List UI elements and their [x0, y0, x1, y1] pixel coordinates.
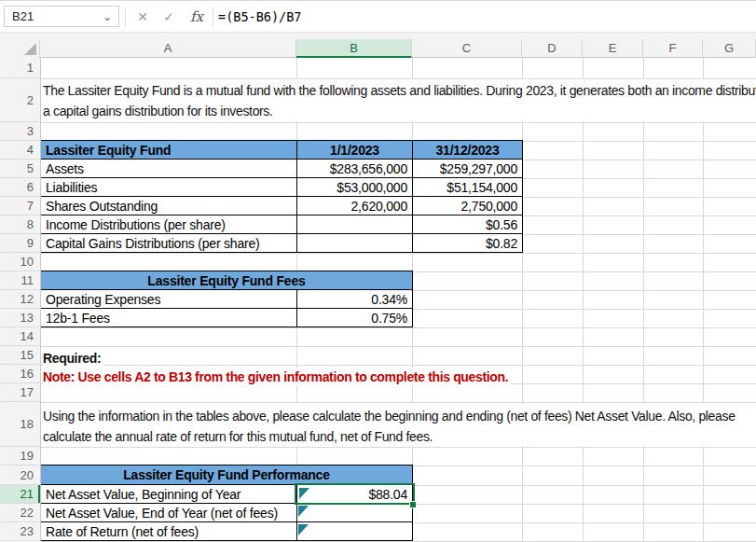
gridline: [40, 346, 756, 347]
cell-B22[interactable]: [297, 504, 413, 522]
row-header-13[interactable]: 13: [0, 309, 40, 327]
fill-handle[interactable]: [409, 501, 417, 508]
cell-C8[interactable]: $0.56: [413, 215, 523, 234]
row-header-7[interactable]: 7: [0, 197, 40, 215]
row-header-14[interactable]: 14: [0, 327, 40, 346]
column-header-C[interactable]: C: [412, 39, 522, 58]
column-header-F[interactable]: F: [643, 39, 703, 58]
gridline: [522, 58, 523, 541]
gridline: [583, 58, 584, 541]
gridline: [40, 327, 756, 328]
row-header-19[interactable]: 19: [0, 447, 40, 466]
gridline: [40, 447, 756, 448]
select-all-triangle-icon: [24, 43, 36, 55]
row-header-3[interactable]: 3: [0, 122, 40, 141]
cell-A11[interactable]: Lassiter Equity Fund Fees: [41, 271, 413, 290]
row-header-15[interactable]: 15: [0, 346, 40, 365]
table-fees: Lassiter Equity Fund FeesOperating Expen…: [40, 271, 413, 327]
gridline: [40, 365, 756, 366]
gridline: [643, 58, 644, 541]
gridline: [40, 253, 756, 254]
sheet-grid: ABCDEFG123456789101112131415161718192021…: [0, 0, 756, 542]
cell-A2-text-line1[interactable]: The Lassiter Equity Fund is a mutual fun…: [43, 81, 756, 100]
cell-B13[interactable]: 0.75%: [297, 309, 413, 327]
cell-A16-text[interactable]: Note: Use cells A2 to B13 from the given…: [43, 368, 511, 386]
row-header-border: [40, 58, 41, 541]
flag-icon-B22: [298, 506, 309, 517]
row-header-12[interactable]: 12: [0, 290, 40, 309]
row-header-9[interactable]: 9: [0, 234, 40, 253]
cell-C9[interactable]: $0.82: [413, 234, 523, 253]
row-header-11[interactable]: 11: [0, 271, 40, 290]
table-fund: Lassiter Equity Fund1/1/202331/12/2023As…: [40, 140, 523, 253]
cell-C7[interactable]: 2,750,000: [413, 197, 523, 215]
row-header-22[interactable]: 22: [0, 504, 40, 522]
row-header-6[interactable]: 6: [0, 178, 40, 197]
cell-B12[interactable]: 0.34%: [297, 290, 413, 309]
cell-A18-text-line1[interactable]: Using the information in the tables abov…: [43, 407, 738, 425]
row-header-1[interactable]: 1: [0, 58, 40, 78]
cell-A22[interactable]: Net Asset Value, End of Year (net of fee…: [41, 504, 297, 522]
cell-B6[interactable]: $53,000,000: [297, 178, 413, 197]
cell-A13[interactable]: 12b-1 Fees: [41, 309, 297, 327]
cell-A9[interactable]: Capital Gains Distributions (per share): [41, 234, 297, 253]
row-header-10[interactable]: 10: [0, 253, 40, 271]
column-header-B[interactable]: B: [296, 39, 412, 58]
row-header-4[interactable]: 4: [0, 141, 40, 160]
cell-B23[interactable]: [297, 522, 413, 541]
row-header-17[interactable]: 17: [0, 383, 40, 402]
cell-A7[interactable]: Shares Outstanding: [41, 197, 297, 215]
column-header-G[interactable]: G: [703, 39, 756, 58]
row-header-8[interactable]: 8: [0, 215, 40, 234]
row-header-23[interactable]: 23: [0, 522, 40, 541]
cell-A2-text-line2[interactable]: a capital gains distribution for its inv…: [43, 102, 276, 120]
cell-C5[interactable]: $259,297,000: [413, 160, 523, 178]
cell-A4[interactable]: Lassiter Equity Fund: [41, 141, 297, 160]
cell-A12[interactable]: Operating Expenses: [41, 290, 297, 309]
cell-B5[interactable]: $283,656,000: [297, 160, 413, 178]
cell-B9[interactable]: [297, 234, 413, 253]
row-header-5[interactable]: 5: [0, 160, 40, 178]
spreadsheet-app: B21 ⌄ ✕ ✓ fx =(B5-B6)/B7 ABCDEFG12345678…: [0, 0, 756, 542]
cell-A20[interactable]: Lassiter Equity Fund Performance: [41, 466, 413, 485]
selection-border: [295, 483, 415, 505]
cell-B8[interactable]: [297, 215, 413, 234]
cell-B4[interactable]: 1/1/2023: [297, 141, 413, 160]
cell-A8[interactable]: Income Distributions (per share): [41, 215, 297, 234]
column-header-A[interactable]: A: [40, 39, 296, 58]
column-header-E[interactable]: E: [583, 39, 643, 58]
cell-A6[interactable]: Liabilities: [41, 178, 297, 197]
cell-A15-text[interactable]: Required:: [43, 349, 103, 368]
row-header-21[interactable]: 21: [0, 485, 40, 504]
gridline: [703, 58, 704, 541]
cell-A21[interactable]: Net Asset Value, Beginning of Year: [41, 485, 297, 504]
cell-A18-text-line2[interactable]: calculate the annual rate of return for …: [43, 427, 435, 446]
cell-A5[interactable]: Assets: [41, 160, 297, 178]
gridline: [40, 122, 756, 123]
cell-C6[interactable]: $51,154,000: [413, 178, 523, 197]
flag-icon-B23: [298, 524, 309, 535]
row-header-2[interactable]: 2: [0, 78, 40, 122]
cell-B7[interactable]: 2,620,000: [297, 197, 413, 215]
cell-A23[interactable]: Rate of Return (net of fees): [41, 522, 297, 541]
cell-C4[interactable]: 31/12/2023: [413, 141, 523, 160]
row-header-20[interactable]: 20: [0, 466, 40, 485]
select-all-button[interactable]: [0, 39, 40, 58]
row-header-18[interactable]: 18: [0, 402, 40, 447]
row-header-16[interactable]: 16: [0, 365, 40, 383]
column-header-D[interactable]: D: [522, 39, 583, 58]
